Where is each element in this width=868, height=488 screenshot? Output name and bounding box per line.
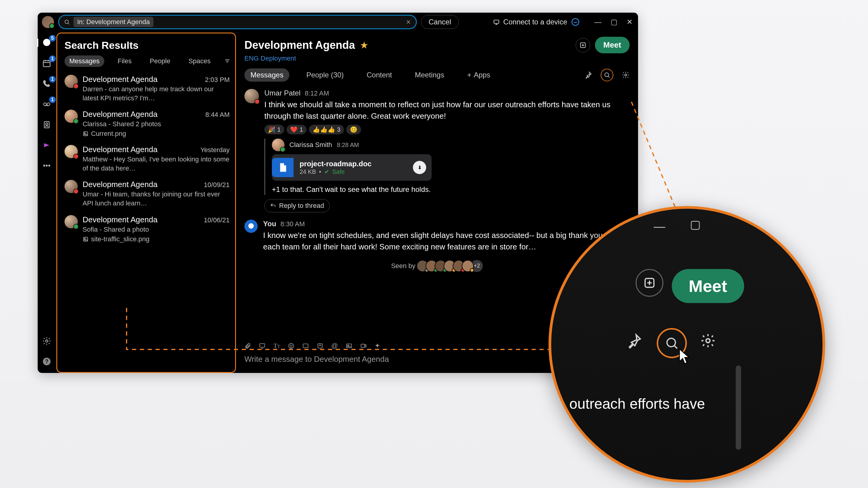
rail-help[interactable]: ?: [41, 355, 53, 367]
rail-more[interactable]: •••: [41, 160, 53, 172]
screen-icon[interactable]: [259, 343, 266, 349]
svg-point-41: [319, 345, 320, 346]
tab-files[interactable]: Files: [113, 56, 136, 67]
planet-icon[interactable]: [571, 18, 579, 26]
space-title: Development Agenda: [244, 39, 355, 52]
connect-device-label: Connect to a device: [503, 18, 567, 26]
file-attachment[interactable]: project-roadmap.doc 24 KB • ✔ Safe ⬇: [272, 154, 432, 181]
search-result[interactable]: Development Agenda2:03 PM Darren - can a…: [64, 71, 230, 106]
svg-rect-4: [494, 20, 499, 24]
tab-spaces[interactable]: Spaces: [184, 56, 215, 67]
emoji-icon[interactable]: [288, 343, 294, 349]
add-button[interactable]: [636, 269, 663, 297]
rail-calendar[interactable]: 1: [41, 57, 53, 69]
svg-point-13: [47, 103, 50, 105]
self-avatar[interactable]: [42, 16, 54, 28]
search-results-panel: Search Results Messages Files People Spa…: [56, 33, 236, 373]
chat-tab-meetings[interactable]: Meetings: [409, 68, 450, 82]
maximize-icon[interactable]: ▢: [611, 18, 618, 26]
svg-line-1: [68, 23, 69, 24]
reactions: 🎉1 ❤️1 👍👍👍3 😊: [264, 125, 629, 134]
search-result[interactable]: Development Agenda8:44 AM Clarissa - Sha…: [64, 106, 230, 141]
svg-point-33: [248, 223, 254, 229]
space-settings-icon[interactable]: [622, 71, 629, 79]
left-rail: 5 1 1 1 •••: [38, 31, 56, 373]
avatar: [272, 138, 284, 151]
rail-chat[interactable]: 5: [41, 37, 53, 49]
space-search-icon[interactable]: [601, 69, 613, 82]
reaction[interactable]: 👍👍👍3: [309, 125, 344, 134]
clear-search-icon[interactable]: [406, 19, 411, 25]
space-settings-icon[interactable]: [700, 333, 716, 349]
search-result[interactable]: Development AgendaYesterday Matthew - He…: [64, 141, 230, 176]
add-reaction[interactable]: 😊: [346, 125, 361, 134]
cancel-search-button[interactable]: Cancel: [421, 15, 459, 29]
thread-author: Clarissa Smith: [289, 141, 332, 149]
scrollbar[interactable]: [736, 365, 741, 450]
pin-icon[interactable]: [584, 71, 592, 79]
tab-people[interactable]: People: [145, 56, 176, 67]
chat-tab-content[interactable]: Content: [361, 68, 398, 82]
minimize-icon[interactable]: —: [594, 18, 601, 26]
rail-contacts[interactable]: [41, 119, 53, 131]
ai-icon[interactable]: ✦: [375, 342, 380, 350]
rail-voicemail[interactable]: 1: [41, 98, 53, 110]
connect-device[interactable]: Connect to a device: [493, 18, 567, 26]
rail-voicemail-badge: 1: [49, 96, 56, 103]
reaction[interactable]: 🎉1: [264, 125, 284, 134]
reaction[interactable]: ❤️1: [287, 125, 307, 134]
svg-line-31: [608, 76, 610, 77]
cursor-icon: [678, 348, 692, 365]
attachment: Current.png: [83, 130, 230, 138]
message-author: Umar Patel: [264, 89, 301, 97]
avatar: [64, 75, 78, 88]
file-icon: [272, 158, 293, 177]
titlebar: In: Development Agenda Cancel Connect to…: [38, 13, 638, 31]
search-results-title: Search Results: [64, 39, 230, 51]
tab-messages[interactable]: Messages: [64, 56, 104, 67]
mention-icon[interactable]: @: [331, 342, 338, 350]
message-body: I know we're on tight schedules, and eve…: [263, 230, 629, 253]
app-window: In: Development Agenda Cancel Connect to…: [38, 13, 638, 373]
rail-settings[interactable]: [41, 335, 53, 347]
global-search[interactable]: In: Development Agenda: [58, 15, 417, 29]
chat-tab-people[interactable]: People (30): [300, 68, 350, 82]
self-message-avatar: [244, 220, 258, 233]
chat-tab-messages[interactable]: Messages: [244, 68, 289, 82]
video-icon[interactable]: [360, 343, 367, 349]
minimize-icon: —: [654, 220, 665, 233]
filter-icon[interactable]: [224, 58, 230, 64]
svg-text:?: ?: [45, 358, 49, 364]
body: 5 1 1 1 •••: [38, 31, 638, 373]
avatar: [244, 89, 259, 103]
rail-calls[interactable]: 1: [41, 78, 53, 90]
rail-app[interactable]: [41, 139, 53, 151]
team-link[interactable]: ENG Deployment: [244, 55, 629, 62]
message: Umar Patel 8:12 AM I think we should all…: [244, 89, 629, 213]
close-icon[interactable]: ✕: [627, 18, 632, 26]
svg-point-17: [45, 340, 48, 342]
svg-point-36: [289, 344, 294, 349]
format-icon[interactable]: TT: [273, 342, 280, 350]
gif-icon[interactable]: [302, 343, 309, 349]
image-icon[interactable]: [346, 343, 352, 349]
meet-button[interactable]: Meet: [595, 37, 629, 53]
sticker-icon[interactable]: [317, 343, 323, 349]
meet-button[interactable]: Meet: [672, 269, 744, 303]
search-icon: [64, 19, 70, 25]
thread: Clarissa Smith 8:28 AM project-roadmap.d…: [264, 138, 629, 195]
svg-point-51: [706, 339, 710, 343]
attachment: site-traffic_slice.png: [83, 235, 230, 243]
search-result[interactable]: Development Agenda10/06/21 Sofia - Share…: [64, 212, 230, 247]
search-result[interactable]: Development Agenda10/09/21 Umar - Hi tea…: [64, 176, 230, 211]
reply-thread-button[interactable]: Reply to thread: [264, 199, 330, 213]
download-button[interactable]: ⬇: [413, 161, 426, 174]
add-button[interactable]: [576, 38, 590, 53]
chat-tab-apps[interactable]: +Apps: [461, 68, 496, 82]
pin-icon[interactable]: [626, 333, 642, 349]
zoom-callout: — ▢ Meet outreach efforts have: [549, 206, 825, 483]
attach-icon[interactable]: [244, 343, 251, 349]
svg-point-37: [290, 345, 290, 346]
favorite-star-icon[interactable]: ★: [360, 39, 369, 51]
svg-point-32: [625, 74, 627, 76]
